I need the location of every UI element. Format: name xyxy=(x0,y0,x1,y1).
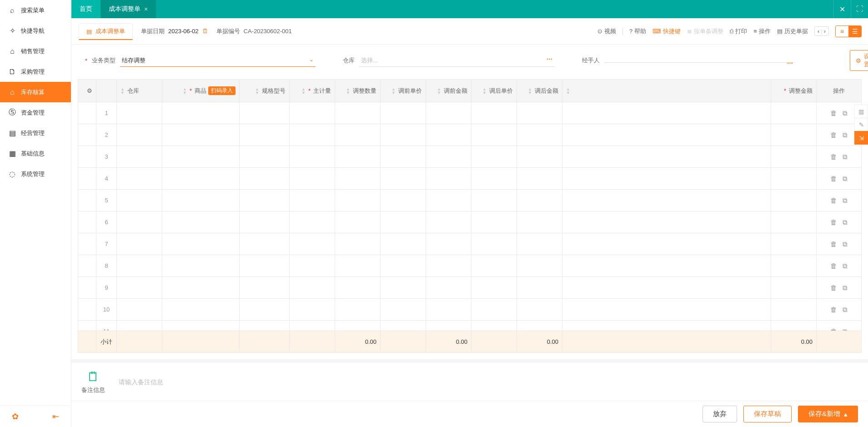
settings-gear-icon[interactable]: ✿ xyxy=(12,412,19,422)
table-row[interactable]: 7🗑⧉ xyxy=(78,233,861,255)
history-link[interactable]: ▤历史单据 xyxy=(777,27,808,35)
calendar-icon[interactable]: 🗓 xyxy=(202,28,208,35)
col-adj-amount[interactable]: *调整金额 xyxy=(771,80,817,102)
copy-row-icon[interactable]: ⧉ xyxy=(843,131,848,139)
table-row[interactable]: 1🗑⧉ xyxy=(78,102,861,124)
delete-row-icon[interactable]: 🗑 xyxy=(830,306,837,313)
copy-row-icon[interactable]: ⧉ xyxy=(843,218,848,226)
doc-icon: 🗋 xyxy=(8,68,16,76)
table-row[interactable]: 8🗑⧉ xyxy=(78,255,861,277)
table-row[interactable]: 9🗑⧉ xyxy=(78,277,861,299)
table-row[interactable]: 10🗑⧉ xyxy=(78,299,861,321)
tabs-fullscreen-button[interactable]: ⛶ xyxy=(851,0,868,18)
sidebar-item-purchase[interactable]: 🗋采购管理 xyxy=(0,61,71,82)
delete-row-icon[interactable]: 🗑 xyxy=(830,109,837,117)
col-price-before[interactable]: ▲▼调前单价 xyxy=(381,80,426,102)
sidebar-item-label: 采购管理 xyxy=(21,68,45,76)
settings-button[interactable]: ⚙设置 xyxy=(850,50,868,71)
delete-row-icon[interactable]: 🗑 xyxy=(830,262,837,270)
doc-date-value[interactable]: 2023-06-02 xyxy=(168,28,199,35)
col-settings[interactable]: ⚙ xyxy=(78,80,96,102)
save-new-button[interactable]: 保存&新增 ▴ xyxy=(798,406,858,422)
delete-row-icon[interactable]: 🗑 xyxy=(830,131,837,139)
delete-row-icon[interactable]: 🗑 xyxy=(830,196,837,204)
float-panel-icon[interactable]: ▥ xyxy=(854,105,868,118)
view-detail-icon[interactable]: ☰ xyxy=(848,26,861,37)
view-toggle: ≡ ☰ xyxy=(835,25,862,37)
row-index: 6 xyxy=(96,211,117,233)
col-price-after[interactable]: ▲▼调后单价 xyxy=(472,80,517,102)
collapse-icon[interactable]: ⇤ xyxy=(52,412,59,422)
biztype-select[interactable]: 结存调整 ⌄ xyxy=(120,55,316,67)
note-icon: 🗒 xyxy=(87,369,100,384)
table-row[interactable]: 2🗑⧉ xyxy=(78,124,861,146)
copy-row-icon[interactable]: ⧉ xyxy=(843,306,848,314)
delete-row-icon[interactable]: 🗑 xyxy=(830,175,837,182)
sidebar-item-sales[interactable]: ⌂销售管理 xyxy=(0,41,71,61)
copy-row-icon[interactable]: ⧉ xyxy=(843,240,848,248)
float-expand-icon[interactable]: ⇲ xyxy=(854,131,868,145)
operate-link[interactable]: ≡操作 xyxy=(753,27,771,35)
copy-row-icon[interactable]: ⧉ xyxy=(843,109,848,117)
table-row[interactable]: 3🗑⧉ xyxy=(78,146,861,168)
sidebar-item-funds[interactable]: Ⓢ资金管理 xyxy=(0,102,71,123)
col-mainqty[interactable]: ▲▼*主计量 xyxy=(290,80,335,102)
col-warehouse[interactable]: ▲▼仓库 xyxy=(117,80,162,102)
copy-row-icon[interactable]: ⧉ xyxy=(843,196,848,205)
col-amount-after[interactable]: ▲▼调后金额 xyxy=(517,80,562,102)
table-row[interactable]: 11🗑⧉ xyxy=(78,321,861,331)
sidebar-item-label: 销售管理 xyxy=(21,47,45,55)
next-icon[interactable]: › xyxy=(824,28,826,35)
col-adjqty[interactable]: ▲▼调整数量 xyxy=(335,80,381,102)
tabs-bar: 首页 成本调整单 × ✕ ⛶ xyxy=(71,0,868,18)
copy-row-icon[interactable]: ⧉ xyxy=(843,327,848,331)
tab-home[interactable]: 首页 xyxy=(71,0,100,18)
copy-row-icon[interactable]: ⧉ xyxy=(843,284,848,292)
table-row[interactable]: 6🗑⧉ xyxy=(78,211,861,233)
tab-cost-adjust[interactable]: 成本调整单 × xyxy=(100,0,156,18)
remarks-input[interactable] xyxy=(119,378,858,386)
table-row[interactable]: 5🗑⧉ xyxy=(78,190,861,211)
search-icon: ⌕ xyxy=(8,6,16,15)
select-value: 结存调整 xyxy=(122,57,146,64)
scan-entry-button[interactable]: 扫码录入 xyxy=(208,86,236,95)
shortcut-link[interactable]: ⌨快捷键 xyxy=(652,27,681,35)
delete-row-icon[interactable]: 🗑 xyxy=(830,284,837,291)
prev-icon[interactable]: ‹ xyxy=(818,28,819,35)
col-product[interactable]: ▲▼*商品 扫码录入 xyxy=(162,80,240,102)
warehouse-select[interactable]: 选择... ⋯ xyxy=(359,55,555,67)
col-amount-before[interactable]: ▲▼调前金额 xyxy=(426,80,472,102)
copy-row-icon[interactable]: ⧉ xyxy=(843,262,848,270)
delete-row-icon[interactable]: 🗑 xyxy=(830,218,837,226)
delete-row-icon[interactable]: 🗑 xyxy=(830,327,837,331)
float-edit-icon[interactable]: ✎ xyxy=(854,118,868,131)
field-warehouse: 仓库 选择... ⋯ xyxy=(343,50,555,71)
field-label: 单据编号 xyxy=(216,27,240,35)
sort-icon: ▲▼ xyxy=(120,87,125,95)
sidebar-item-inventory[interactable]: ⌂库存核算 xyxy=(0,82,71,102)
close-icon[interactable]: × xyxy=(144,5,148,13)
row-index: 7 xyxy=(96,233,117,255)
save-draft-button[interactable]: 保存草稿 xyxy=(743,406,792,422)
per-row-adjust-link[interactable]: ≣按单条调整 xyxy=(687,27,723,35)
copy-row-icon[interactable]: ⧉ xyxy=(843,153,848,161)
print-link[interactable]: ⎙打印 xyxy=(730,27,747,35)
col-spec[interactable]: ▲▼规格型号 xyxy=(240,80,290,102)
home-icon: ⌂ xyxy=(8,47,16,55)
sidebar-item-search[interactable]: ⌕搜索菜单 xyxy=(0,0,71,20)
view-list-icon[interactable]: ≡ xyxy=(836,26,848,37)
delete-row-icon[interactable]: 🗑 xyxy=(830,240,837,248)
sidebar-item-system[interactable]: ◌系统管理 xyxy=(0,164,71,184)
discard-button[interactable]: 放弃 xyxy=(702,406,737,422)
video-link[interactable]: ⊙视频 xyxy=(597,27,616,35)
sidebar-item-baseinfo[interactable]: ▦基础信息 xyxy=(0,143,71,164)
sidebar-item-operations[interactable]: ▤经营管理 xyxy=(0,123,71,143)
doc-type-tab[interactable]: ▤ 成本调整单 xyxy=(79,23,133,40)
tabs-close-button[interactable]: ✕ xyxy=(833,0,851,18)
handler-select[interactable]: ⋯ xyxy=(604,59,795,63)
delete-row-icon[interactable]: 🗑 xyxy=(830,153,837,161)
table-row[interactable]: 4🗑⧉ xyxy=(78,168,861,190)
copy-row-icon[interactable]: ⧉ xyxy=(843,175,848,183)
help-link[interactable]: ?帮助 xyxy=(629,27,646,35)
sidebar-item-quicknav[interactable]: ✧快捷导航 xyxy=(0,20,71,41)
